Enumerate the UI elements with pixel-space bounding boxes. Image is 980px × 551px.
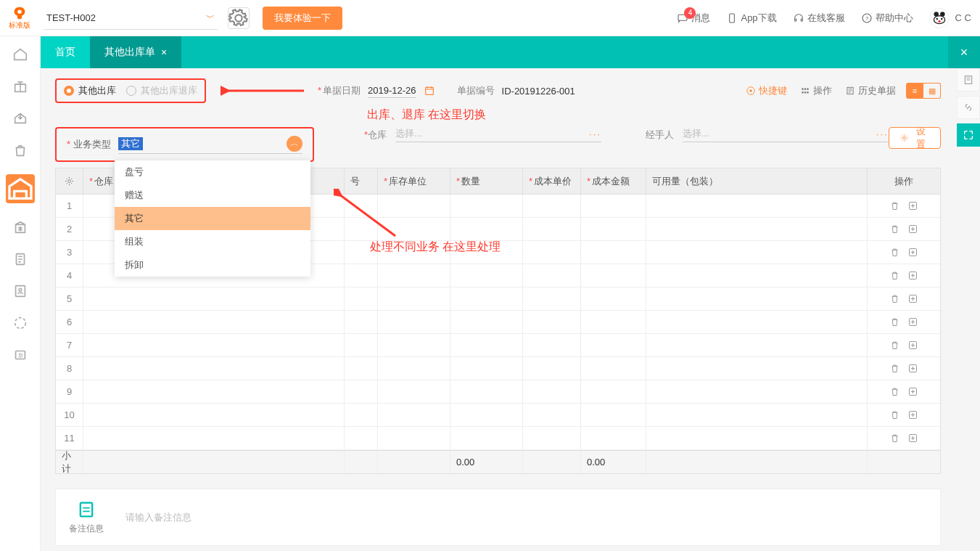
org-selector[interactable]: TEST-H002 ﹀ <box>44 7 218 30</box>
svg-point-7 <box>934 15 944 23</box>
experience-button[interactable]: 我要体验一下 <box>263 7 342 30</box>
top-bar: 标准版 TEST-H002 ﹀ 我要体验一下 4 消息 App下载 在线客服 ?… <box>0 0 980 36</box>
avatar[interactable] <box>929 8 950 28</box>
customer-service-link[interactable]: 在线客服 <box>793 12 845 25</box>
message-badge: 4 <box>684 7 696 19</box>
settings-icon-button[interactable] <box>228 7 250 29</box>
gear-icon <box>228 8 249 28</box>
phone-icon <box>726 12 738 24</box>
logo-icon <box>12 6 28 22</box>
svg-point-8 <box>936 17 938 20</box>
chevron-down-icon: ﹀ <box>206 12 215 24</box>
help-icon: ? <box>861 12 873 24</box>
messages-link[interactable]: 4 消息 <box>677 12 710 25</box>
org-value: TEST-H002 <box>46 12 96 23</box>
user-name: C C <box>955 12 971 23</box>
svg-point-9 <box>941 17 943 20</box>
app-download-link[interactable]: App下载 <box>726 12 776 25</box>
help-center-link[interactable]: ? 帮助中心 <box>861 12 913 25</box>
logo: 标准版 <box>9 6 30 30</box>
edition-label: 标准版 <box>9 20 30 30</box>
headset-icon <box>793 12 804 24</box>
svg-point-10 <box>938 20 940 22</box>
svg-rect-1 <box>730 14 735 23</box>
svg-text:?: ? <box>865 15 868 21</box>
avatar-icon <box>930 9 949 28</box>
